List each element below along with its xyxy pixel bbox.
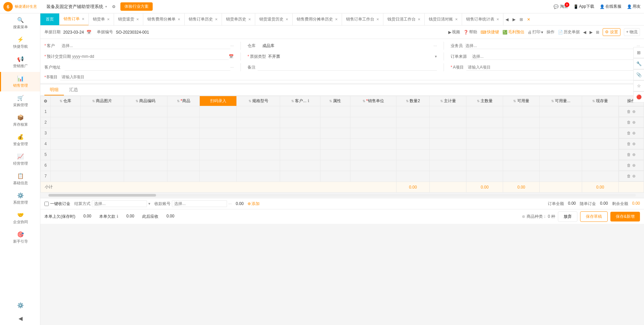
tab-close-icon[interactable]: ✕ [496, 17, 499, 21]
column-settings-icon[interactable]: ⚙ [44, 99, 47, 104]
nav-prev-icon[interactable]: ◀ [583, 30, 586, 35]
tab-prev-button[interactable]: ◀ [503, 13, 510, 26]
industry-button[interactable]: 体验行业方案 [120, 2, 153, 11]
sidebar-item-quick-nav[interactable]: ⚡ 快捷导航 [0, 33, 40, 52]
sidebar-collapse-button[interactable]: ◀ [0, 312, 40, 325]
calendar-icon[interactable]: 📅 [86, 30, 91, 35]
tab-order-history[interactable]: 销售订单历史 ✕ [185, 13, 222, 26]
tab-close-icon[interactable]: ✕ [136, 17, 139, 21]
sidebar-item-system[interactable]: ⚙️ 系统管理 [0, 189, 40, 208]
tab-close-icon[interactable]: ✕ [335, 17, 338, 21]
expected-date-input[interactable] [71, 53, 229, 60]
row-copy-icon[interactable]: ⊕ [632, 174, 636, 178]
tab-close-all-button[interactable]: ✕ [525, 13, 532, 26]
user-menu-button[interactable]: 👤 用友 [627, 4, 641, 9]
sidebar-item-inventory[interactable]: 📦 库存核算 [0, 111, 40, 130]
customer-dots-icon[interactable]: ··· [230, 43, 234, 48]
sidebar-item-search[interactable]: 🔍 搜索菜单 [0, 13, 40, 33]
sidebar-item-marketing[interactable]: 📢 营销推广 [0, 52, 40, 72]
row-delete-icon[interactable]: 🗑 [627, 174, 631, 178]
tab-close-icon[interactable]: ✕ [107, 17, 110, 21]
tab-return-history[interactable]: 销货退货历史 ✕ [255, 13, 293, 26]
print-action[interactable]: 🖨 打印 ▾ [528, 29, 543, 35]
right-panel-btn-5[interactable]: 🔴 [633, 91, 644, 103]
app-download-button[interactable]: 📱 App下载 [573, 4, 594, 9]
sidebar-item-purchase[interactable]: 🛒 采购管理 [0, 91, 40, 111]
settle-method-input[interactable] [92, 200, 147, 207]
tab-return[interactable]: 销货退货 ✕ [114, 13, 143, 26]
tab-expense-split[interactable]: 销售费用分摊单 ✕ [143, 13, 185, 26]
grid-view-icon[interactable]: ⊞ [596, 30, 599, 35]
customer-input[interactable] [60, 43, 230, 49]
row-copy-icon[interactable]: ⊕ [632, 163, 636, 168]
sidebar-item-sales[interactable]: 📊 销售管理 [0, 72, 40, 91]
add-material-button[interactable]: + 物流 [624, 28, 640, 36]
row-copy-icon[interactable]: ⊕ [632, 152, 636, 157]
profit-action[interactable]: 💹 毛利预估 [502, 29, 524, 35]
tab-close-icon[interactable]: ✕ [376, 17, 379, 21]
row-delete-icon[interactable]: 🗑 [627, 109, 631, 114]
receipt-dots-icon[interactable]: ··· [228, 201, 232, 206]
sidebar-item-operations[interactable]: 📈 经营管理 [0, 150, 40, 169]
online-service-button[interactable]: 👤 在线客服 [600, 4, 621, 9]
tab-close-icon[interactable]: ✕ [248, 17, 251, 21]
calendar-date-icon[interactable]: 📅 [229, 54, 234, 59]
sidebar-settings-button[interactable]: ⚙️ [0, 299, 40, 312]
settle-dropdown-icon[interactable]: ▾ [148, 201, 150, 206]
tab-close-icon[interactable]: ✕ [418, 17, 420, 21]
sidebar-item-enterprise[interactable]: 🤝 企业协同 [0, 208, 40, 228]
tab-home[interactable]: 首页 [40, 13, 60, 26]
customer-addr-input[interactable] [65, 64, 230, 71]
sidebar-item-finance[interactable]: 💰 资金管理 [0, 130, 40, 150]
video-action[interactable]: ▶ 视频 [448, 29, 460, 35]
shortcut-action[interactable]: ⌨ 快捷键 [481, 29, 499, 35]
tab-close-icon[interactable]: ✕ [286, 17, 288, 21]
row-delete-icon[interactable]: 🗑 [627, 120, 631, 125]
discard-button[interactable]: 放弃 [558, 211, 577, 222]
col-header-gear[interactable]: ⚙ [41, 96, 51, 106]
row-delete-icon[interactable]: 🗑 [627, 131, 631, 135]
save-draft-button[interactable]: 保存草稿 [580, 211, 608, 222]
tab-summary[interactable]: 汇总 [64, 85, 83, 95]
row-copy-icon[interactable]: ⊕ [632, 109, 636, 114]
warehouse-dots-icon[interactable]: ··· [433, 43, 437, 48]
sidebar-item-basic-info[interactable]: 📋 基础信息 [0, 169, 40, 189]
sidebar-item-guide[interactable]: 🎯 新手引导 [0, 228, 40, 247]
deposit-checkbox-input[interactable] [44, 202, 49, 206]
help-action[interactable]: ❓ 帮助 [463, 29, 477, 35]
right-panel-btn-2[interactable]: 🔧 [633, 58, 644, 69]
row-delete-icon[interactable]: 🗑 [627, 141, 631, 146]
tab-detail[interactable]: 明细 [44, 85, 64, 95]
table-scrollbar[interactable] [40, 193, 644, 198]
notification-area[interactable]: 💬 淘里 9 [554, 4, 568, 9]
project-a-input[interactable] [466, 64, 640, 71]
salesperson-input[interactable] [464, 43, 637, 49]
row-delete-icon[interactable]: 🗑 [627, 152, 631, 157]
tab-close-icon[interactable]: ✕ [455, 17, 458, 21]
one-click-deposit-checkbox[interactable]: 一键收订金 [44, 201, 70, 207]
row-delete-icon[interactable]: 🗑 [627, 163, 631, 168]
history-action[interactable]: 📄 历史单据 [558, 29, 580, 35]
receipt-account-input[interactable] [172, 200, 227, 207]
settings-icon[interactable]: ⚙ [110, 3, 118, 11]
tab-order-workbench[interactable]: 销售订单工作台 ✕ [342, 13, 383, 26]
tab-next-button[interactable]: ▶ [510, 13, 518, 26]
order-source-input[interactable] [471, 53, 638, 60]
this-amount-info-icon[interactable]: ℹ [117, 214, 118, 219]
tab-close-icon[interactable]: ✕ [215, 17, 218, 21]
tab-daily-workbench[interactable]: 钱货日清工作台 ✕ [383, 13, 425, 26]
operation-action[interactable]: 操作 [546, 29, 555, 35]
tab-expense-history[interactable]: 销售费用分摊单历史 ✕ [293, 13, 342, 26]
row-copy-icon[interactable]: ⊕ [632, 141, 636, 146]
tab-order-stats[interactable]: 销售订单统计表 ✕ [462, 13, 503, 26]
nav-next-icon[interactable]: ▶ [590, 30, 593, 35]
tab-daily-reconcile[interactable]: 钱货日清对账 ✕ [425, 13, 462, 26]
add-receipt-button[interactable]: ⊕ 添加 [248, 201, 260, 207]
right-panel-btn-3[interactable]: 📎 [633, 69, 644, 80]
row-copy-icon[interactable]: ⊕ [632, 131, 636, 135]
right-panel-btn-1[interactable]: ⊞ [633, 47, 644, 58]
tab-slip-history[interactable]: 销货单历史 ✕ [222, 13, 255, 26]
right-panel-btn-4[interactable]: ☆ [633, 80, 644, 91]
tab-menu-button[interactable]: ⊞ [518, 13, 525, 26]
project-b-input[interactable] [60, 74, 640, 80]
